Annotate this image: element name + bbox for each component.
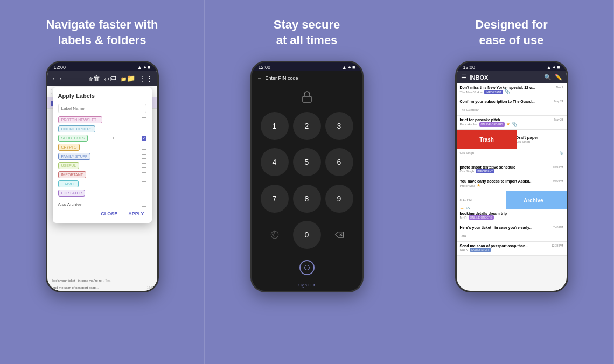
archive-time: 8:11 PM [460,198,472,201]
pin-key-2[interactable]: 2 [293,112,321,140]
label-icon[interactable]: 🏷 [104,74,116,82]
pin-key-6[interactable]: 6 [325,148,353,176]
menu-icon[interactable]: ☰ [461,74,466,81]
status-bar-3: 12:00 ▲ ● ■ [457,62,567,71]
pin-key-7[interactable]: 7 [261,185,289,213]
pin-back-button[interactable]: ← [257,75,262,81]
also-archive-row: Also Archive [58,199,146,207]
archive-email-item: 8:11 PM ★ 📎 [457,191,506,209]
pin-key-0[interactable]: 0 [293,221,321,249]
pin-grid: 1 2 3 4 5 6 7 8 9 0 [252,109,362,256]
labels-modal-title: Apply Labels [58,93,146,99]
label-checkbox-travel[interactable] [142,181,146,186]
bottom-email-1: Here's your ticket - in case you're re..… [47,277,157,284]
archive-row: Archive 8:11 PM ★ 📎 [457,191,567,209]
label-row-important: IMPORTANT [58,171,146,178]
pin-key-9[interactable]: 9 [325,185,353,213]
label-checkbox-online[interactable] [142,127,146,131]
label-checkbox-crypto[interactable] [142,145,146,150]
label-row-useful: USEFUL [58,162,146,169]
label-search-input[interactable] [58,104,146,113]
folder-icon[interactable]: 📁 [121,74,135,82]
inbox-subject-6: photo shoot tentative schedule [460,165,515,169]
inbox-email-11[interactable]: Send me scan of passport asap than... 12… [457,242,567,256]
label-checkbox-important[interactable] [142,172,146,177]
inbox-date-3: May 23 [554,118,563,121]
inbox-email-7[interactable]: You have early access to Import Assist..… [457,177,567,191]
label-checkbox-proton[interactable] [142,117,146,122]
status-icons-1: ▲ ● ■ [137,65,151,70]
phone2-screen: ← Enter PIN code 1 2 3 4 5 6 7 8 9 [252,71,362,291]
svg-rect-0 [303,96,311,102]
label-row-shortcuts: SHORTCUTS 1 ✓ [58,135,146,142]
pin-key-4[interactable]: 4 [261,148,289,176]
trash-action[interactable]: Trash [457,130,517,149]
label-row-online: ONLINE ORDERS [58,125,146,132]
draft-paper-from: Ors Singh [516,140,531,143]
inbox-subject-2: Confirm your subscription to The Guard..… [460,100,535,103]
pin-key-5[interactable]: 5 [293,148,321,176]
label-checkbox-forlater[interactable] [142,191,146,195]
inbox-from-5: Ors Singh [460,151,475,155]
sign-out-icon-container [252,256,362,279]
status-time-1: 12:00 [54,65,66,70]
panel2-title: Stay secure at all times [274,17,340,48]
sign-out-label[interactable]: Sign Out [252,279,362,291]
inbox-date-10: 7:46 PM [553,226,563,229]
inbox-email-9[interactable]: booking details dream trip Mr R ONLINE O… [457,209,567,223]
inbox-title: INBOX [470,74,541,81]
tag-online-3: ONLINE ORDERS [479,122,505,127]
also-archive-checkbox[interactable] [142,202,146,207]
status-time-2: 12:00 [259,65,271,70]
panel3-title: Designed forease of use [475,17,547,48]
status-bar-1: 12:00 ▲ ● ■ [47,62,157,71]
inbox-email-2[interactable]: Confirm your subscription to The Guard..… [457,97,567,116]
sign-out-icon[interactable] [299,260,315,275]
pin-key-1[interactable]: 1 [261,112,289,140]
back-icon[interactable]: ← [52,74,66,82]
close-button[interactable]: CLOSE [99,210,120,218]
pin-header: ← Enter PIN code [252,71,362,83]
pin-key-8[interactable]: 8 [293,185,321,213]
archive-star: ★ [460,207,464,209]
inbox-subject-10: Here's your ticket - in case you're earl… [460,226,533,229]
draft-paper-title: Draft paper [516,135,539,140]
inbox-compose-icon[interactable]: ✏️ [555,74,562,81]
pin-key-backspace[interactable] [325,221,353,249]
inbox-email-3[interactable]: brief for pancake pitch May 23 Pancake I… [457,116,567,130]
more-icon[interactable]: ⋮ [139,74,153,82]
apply-button[interactable]: APPLY [126,210,146,218]
phone1-screen: ← 🗑 🏷 📁 ⋮ Don't miss this New Yorker spe… [47,71,157,291]
inbox-email-10[interactable]: Here's your ticket - in case you're earl… [457,223,567,242]
tag-family-11: FAMILY STUFF [470,248,492,252]
inbox-email-5[interactable]: Ors Singh 📎 [457,149,567,163]
pin-key-fingerprint[interactable] [261,221,289,249]
label-tag-proton: PROTON NEWSLET... [58,116,103,123]
label-checkbox-useful[interactable] [142,163,146,168]
inbox-subject-7: You have early access to Import Assist..… [460,179,533,183]
label-checkbox-family[interactable] [142,154,146,159]
archive-action[interactable]: Archive [500,191,566,209]
inbox-search-icon[interactable]: 🔍 [544,74,552,81]
label-tag-shortcuts: SHORTCUTS [58,135,88,142]
trash-icon[interactable]: 🗑 [88,74,100,82]
pin-key-3[interactable]: 3 [325,112,353,140]
archive-clip: 📎 [466,207,471,209]
label-tag-important: IMPORTANT [58,171,87,178]
inbox-list: Don't miss this New Yorker special: 12 w… [457,83,567,291]
label-tag-crypto: CRYPTO [58,144,80,151]
inbox-from-2: The Guardian [460,108,480,111]
inbox-from-10: Tara [460,234,466,237]
inbox-from-1: The New Yorker [460,90,483,94]
inbox-email-1[interactable]: Don't miss this New Yorker special: 12 w… [457,83,567,97]
lock-icon-container [252,83,362,109]
phone1-toolbar: ← 🗑 🏷 📁 ⋮ [47,71,157,86]
label-checkbox-shortcuts[interactable]: ✓ [142,136,146,141]
tag-important-1: IMPORTANT [484,90,503,94]
inbox-toolbar: ☰ INBOX 🔍 ✏️ [457,71,567,83]
inbox-date-6: 8:06 PM [553,165,563,169]
status-icons-3: ▲ ● ■ [547,65,560,70]
panel-security: Stay secure at all times 12:00 ▲ ● ■ ← E… [205,0,409,364]
trash-label: Trash [479,137,494,143]
inbox-email-6[interactable]: photo shoot tentative schedule 8:06 PM O… [457,163,567,177]
